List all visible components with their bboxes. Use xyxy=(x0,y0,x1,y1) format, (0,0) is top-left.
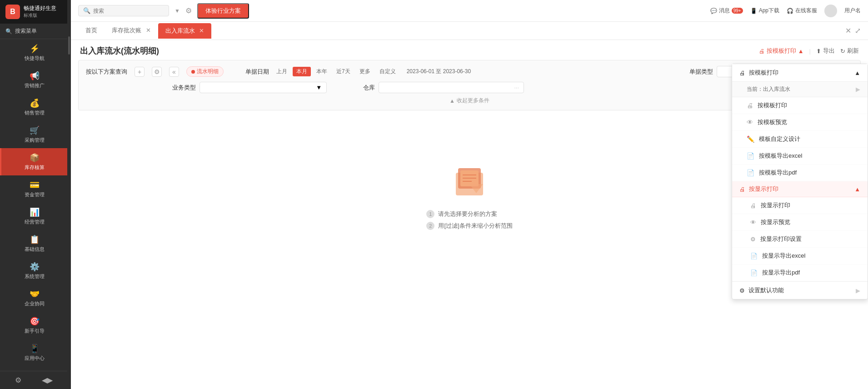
date-custom[interactable]: 自定义 xyxy=(376,67,399,76)
chevron-up-icon-3: ▲ xyxy=(854,186,860,193)
voucher-type-label: 单据类型 xyxy=(689,68,713,76)
search-dropdown-icon[interactable]: ▼ xyxy=(175,8,180,14)
export-icon: ⬆ xyxy=(816,48,821,55)
biz-type-select[interactable]: ▼ xyxy=(200,82,327,93)
search-bar[interactable]: 🔍 xyxy=(78,5,169,16)
dropdown-template-custom[interactable]: ✏️ 模板自定义设计 xyxy=(732,131,868,148)
eye-icon: 👁 xyxy=(747,119,753,126)
search-icon: 🔍 xyxy=(5,28,12,35)
close-all-tabs-icon[interactable]: ✕ xyxy=(845,26,851,35)
date-7days[interactable]: 近7天 xyxy=(333,67,354,76)
display-print-label: 按显示打印 xyxy=(749,185,778,193)
collapse-sidebar-btn[interactable]: ◀▶ xyxy=(42,376,53,384)
refresh-btn[interactable]: ↻ 刷新 xyxy=(840,47,859,55)
refresh-icon: ↻ xyxy=(840,48,845,55)
empty-illustration xyxy=(447,159,492,204)
sidebar-item-label: 采购管理 xyxy=(25,137,45,144)
expand-tabs-icon[interactable]: ⤢ xyxy=(855,26,861,35)
trial-button[interactable]: 体验行业方案 xyxy=(197,3,249,19)
sidebar-item-appcenter[interactable]: 📱 应用中心 xyxy=(0,339,67,366)
biz-type-filter: 业务类型 ▼ xyxy=(172,82,327,93)
sidebar-scrollbar[interactable] xyxy=(67,0,71,389)
dropdown-display-preview[interactable]: 👁 按显示预览 xyxy=(732,214,868,231)
sidebar-item-operations[interactable]: 📊 经营管理 xyxy=(0,203,67,230)
search-input[interactable] xyxy=(93,8,157,14)
current-selection-row[interactable]: 当前：出入库流水 ▶ xyxy=(732,82,868,97)
user-avatar[interactable] xyxy=(824,5,837,17)
date-this-year[interactable]: 本年 xyxy=(313,67,331,76)
page-title: 出入库流水(流水明细) xyxy=(80,45,159,56)
sidebar-scroll-thumb xyxy=(68,36,70,55)
dropdown-display-pdf[interactable]: 📄 按显示导出pdf xyxy=(732,264,868,281)
sidebar-item-system[interactable]: ⚙️ 系统管理 xyxy=(0,257,67,284)
dropdown-settings-default[interactable]: ⚙ 设置默认功能 ▶ xyxy=(732,281,868,299)
chevron-up-icon: ▲ xyxy=(449,98,455,104)
sidebar-item-label: 经营管理 xyxy=(25,219,45,225)
template-excel-label: 按模板导出excel xyxy=(759,152,802,160)
template-preview-label: 按模板预览 xyxy=(758,118,787,126)
date-last-month[interactable]: 上月 xyxy=(273,67,291,76)
settings-footer-btn[interactable]: ⚙ xyxy=(15,376,21,384)
sidebar-item-wechat[interactable]: 💬 企业微信 xyxy=(0,366,67,371)
filter-tag: 流水明细 xyxy=(186,66,224,77)
excel-icon: 📄 xyxy=(747,152,754,160)
sidebar-item-purchase[interactable]: 🛒 采购管理 xyxy=(0,121,67,148)
warehouse-select[interactable]: ··· xyxy=(379,82,524,93)
current-tag: 当前：出入库流水 xyxy=(747,85,790,93)
date-range-display: 2023-06-01 至 2023-06-30 xyxy=(407,68,471,75)
display-print-section[interactable]: 🖨 按显示打印 ▲ xyxy=(732,181,868,197)
filter-add-btn[interactable]: + xyxy=(135,67,145,77)
main-area: 🔍 ▼ ⚙ 体验行业方案 💬 消息 99+ 📱 App下载 🎧 在线客服 用户名 xyxy=(71,0,868,389)
purchase-icon: 🛒 xyxy=(30,125,40,135)
step-num-1: 1 xyxy=(426,210,434,218)
message-action[interactable]: 💬 消息 99+ xyxy=(710,7,743,15)
filter-settings-btn[interactable]: ⚙ xyxy=(152,67,162,77)
gear-icon[interactable]: ⚙ xyxy=(185,6,192,15)
tab-home[interactable]: 首页 xyxy=(78,23,105,39)
dropdown-display-print-settings[interactable]: ⚙ 按显示打印设置 xyxy=(732,231,868,248)
sidebar-item-sales[interactable]: 💰 销售管理 xyxy=(0,94,67,121)
dropdown-template-print[interactable]: 🖨 按模板打印 xyxy=(732,97,868,114)
sidebar-item-marketing[interactable]: 📢 营销推广 xyxy=(0,66,67,94)
excel-sub-icon: 📄 xyxy=(750,253,758,259)
dropdown-template-pdf[interactable]: 📄 按模板导出pdf xyxy=(732,165,868,181)
printer-icon: 🖨 xyxy=(759,48,765,55)
date-more[interactable]: 更多 xyxy=(356,67,374,76)
content-area: 出入库流水(流水明细) 🖨 按模板打印 ▲ | ⬆ 导出 ↻ 刷新 xyxy=(71,40,868,389)
app-download-action[interactable]: 📱 App下载 xyxy=(750,7,779,15)
filter-scheme-label: 按以下方案查询 xyxy=(86,68,127,76)
tab-inventory-flow[interactable]: 出入库流水 ✕ xyxy=(158,23,212,39)
template-print-header[interactable]: 🖨 按模板打印 ▲ xyxy=(732,64,868,82)
dropdown-display-excel[interactable]: 📄 按显示导出excel xyxy=(732,248,868,264)
display-print-title: 🖨 按显示打印 xyxy=(739,185,778,193)
sidebar-item-collab[interactable]: 🤝 企业协同 xyxy=(0,284,67,312)
tab-batch-close[interactable]: ✕ xyxy=(146,27,151,34)
dropdown-template-preview[interactable]: 👁 按模板预览 xyxy=(732,114,868,131)
print-template-btn[interactable]: 🖨 按模板打印 ▲ xyxy=(759,47,804,55)
display-pdf-label: 按显示导出pdf xyxy=(762,269,800,277)
date-this-month[interactable]: 本月 xyxy=(293,67,311,76)
filter-collapse-btn[interactable]: « xyxy=(169,67,179,77)
export-btn[interactable]: ⬆ 导出 xyxy=(816,47,835,55)
tab-inventory-close[interactable]: ✕ xyxy=(199,27,204,34)
quick-nav-icon: ⚡ xyxy=(30,44,40,54)
tab-batch-account[interactable]: 库存批次账 ✕ xyxy=(105,23,158,39)
step-num-2: 2 xyxy=(426,222,434,230)
guide-icon: 🎯 xyxy=(30,316,40,326)
sidebar-item-basic[interactable]: 📋 基础信息 xyxy=(0,230,67,257)
sidebar-item-guide[interactable]: 🎯 新手引导 xyxy=(0,312,67,339)
dropdown-template-excel[interactable]: 📄 按模板导出excel xyxy=(732,148,868,165)
date-options: 上月 本月 本年 近7天 更多 自定义 xyxy=(273,67,399,76)
biz-dropdown-icon: ▼ xyxy=(316,84,322,91)
search-menu-item[interactable]: 🔍 搜索菜单 xyxy=(0,24,67,39)
sidebar-item-inventory[interactable]: 📦 库存核算 xyxy=(0,148,67,175)
sidebar-item-quick-nav[interactable]: ⚡ 快捷导航 xyxy=(0,39,67,66)
sidebar-item-label: 基础信息 xyxy=(25,246,45,253)
eye-sub-icon: 👁 xyxy=(750,219,756,226)
empty-steps: 1 请先选择要分析的方案 2 用[过滤]条件来缩小分析范围 xyxy=(426,210,512,230)
sidebar-item-finance[interactable]: 💳 资金管理 xyxy=(0,175,67,203)
online-service-action[interactable]: 🎧 在线客服 xyxy=(787,7,817,15)
sidebar-item-label: 新手引导 xyxy=(25,328,45,334)
dropdown-display-print[interactable]: 🖨 按显示打印 xyxy=(732,197,868,214)
username-label: 用户名 xyxy=(844,7,861,15)
